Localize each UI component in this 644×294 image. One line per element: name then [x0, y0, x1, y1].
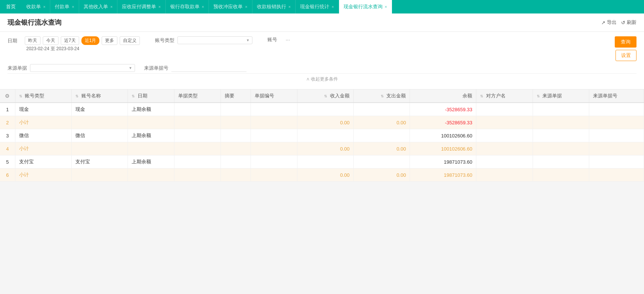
row-source-doc	[533, 129, 589, 142]
close-icon[interactable]: ×	[288, 4, 291, 9]
table-row: 3 微信 微信 上期余额 100102606.60	[0, 129, 644, 142]
row-doc-type	[174, 155, 221, 169]
th-summary: 摘要	[221, 90, 251, 103]
chevron-down-icon: ▾	[247, 38, 249, 43]
close-icon[interactable]: ×	[332, 4, 334, 9]
chevron-down-icon: ▾	[129, 66, 132, 70]
date-buttons: 昨天 今天 近7天 近1月 更多 自定义	[25, 36, 140, 45]
settings-button[interactable]: 设置	[615, 50, 636, 61]
row-source-doc-no	[589, 169, 644, 182]
row-doc-type	[174, 129, 221, 142]
collapse-bar[interactable]: ∧ 收起更多条件	[8, 73, 636, 85]
source-doc-no-input[interactable]	[171, 64, 246, 72]
collapse-arrow-icon: ∧	[306, 76, 311, 82]
row-num: 6	[0, 169, 15, 182]
row-counterpart	[476, 142, 533, 155]
row-doc-no	[251, 155, 297, 169]
refresh-button[interactable]: ↺ 刷新	[621, 19, 636, 26]
row-counterpart	[476, 116, 533, 129]
date-label: 日期	[8, 37, 23, 44]
row-balance: 19871073.60	[410, 155, 476, 169]
nav-tab-receipts[interactable]: 收款单 ×	[22, 0, 50, 13]
th-counterpart[interactable]: ⇅ 对方户名	[476, 90, 533, 103]
row-income: 0.00	[297, 142, 353, 155]
row-doc-no	[251, 116, 297, 129]
source-doc-no-group: 来源单据号	[144, 64, 246, 72]
row-income	[297, 103, 353, 116]
row-account-name	[71, 116, 128, 129]
th-income[interactable]: ⇅ 收入金额	[297, 90, 353, 103]
nav-tab-flow-query[interactable]: 现金银行流水查询 ×	[339, 0, 392, 13]
row-account-name: 现金	[71, 103, 128, 116]
th-expense[interactable]: ⇅ 支出金额	[354, 90, 410, 103]
source-doc-label: 来源单据	[8, 65, 27, 72]
date-btn-today[interactable]: 今天	[43, 36, 59, 45]
nav-tab-stats[interactable]: 现金银行统计 ×	[296, 0, 339, 13]
account-type-select[interactable]: ▾	[177, 36, 252, 44]
refresh-icon: ↺	[621, 20, 625, 25]
row-account-name	[71, 142, 128, 155]
source-doc-select[interactable]: ▾	[30, 64, 135, 72]
sort-icon: ⇅	[75, 94, 78, 98]
row-doc-type	[174, 103, 221, 116]
date-btn-1month[interactable]: 近1月	[81, 36, 100, 45]
row-num: 5	[0, 155, 15, 169]
table-row: 2 小计 0.00 0.00 -3528659.33	[0, 116, 644, 129]
settings-icon[interactable]: ⚙	[5, 93, 10, 99]
table-row: 4 小计 0.00 0.00 100102606.60	[0, 142, 644, 155]
date-btn-yesterday[interactable]: 昨天	[25, 36, 41, 45]
row-doc-type	[174, 116, 221, 129]
row-counterpart	[476, 169, 533, 182]
export-button[interactable]: ↗ 导出	[601, 19, 617, 26]
row-balance: -3528659.33	[410, 103, 476, 116]
nav-tab-payments[interactable]: 付款单 ×	[50, 0, 79, 13]
nav-tab-bank-deposit[interactable]: 银行存取款单 ×	[166, 0, 209, 13]
sort-icon: ⇅	[480, 94, 483, 98]
row-account-name: 支付宝	[71, 155, 128, 169]
sort-icon: ⇅	[324, 94, 327, 98]
row-account-type: 小计	[15, 116, 71, 129]
row-date: 上期余额	[128, 103, 174, 116]
th-account-type[interactable]: ⇅ 账号类型	[15, 90, 71, 103]
th-account-name[interactable]: ⇅ 账号名称	[71, 90, 128, 103]
nav-tab-other-income[interactable]: 其他收入单 ×	[79, 0, 117, 13]
row-income: 0.00	[297, 116, 353, 129]
page-title: 现金银行流水查询	[8, 18, 62, 27]
query-button[interactable]: 查询	[615, 36, 636, 48]
row-source-doc-no	[589, 155, 644, 169]
row-source-doc	[533, 169, 589, 182]
page-header: 现金银行流水查询 ↗ 导出 ↺ 刷新	[0, 13, 644, 32]
nav-home[interactable]: 首页	[0, 0, 22, 13]
close-icon[interactable]: ×	[110, 4, 113, 9]
th-date[interactable]: ⇅ 日期	[128, 90, 174, 103]
row-num: 2	[0, 116, 15, 129]
date-btn-7days[interactable]: 近7天	[61, 36, 79, 45]
th-source-doc[interactable]: ⇅ 来源单据	[533, 90, 589, 103]
row-balance: -3528659.33	[410, 116, 476, 129]
date-btn-custom[interactable]: 自定义	[120, 36, 140, 45]
row-doc-no	[251, 169, 297, 182]
account-dots[interactable]: ···	[285, 37, 290, 43]
row-num: 4	[0, 142, 15, 155]
close-icon[interactable]: ×	[245, 4, 247, 9]
row-expense: 0.00	[354, 116, 410, 129]
date-btn-more[interactable]: 更多	[102, 36, 117, 45]
account-type-filter: 账号类型 ▾	[155, 36, 252, 44]
row-date	[128, 116, 174, 129]
row-source-doc-no	[589, 116, 644, 129]
row-num: 1	[0, 103, 15, 116]
sort-icon: ⇅	[132, 94, 135, 98]
nav-tab-verify[interactable]: 收款核销执行 ×	[252, 0, 296, 13]
sort-icon: ⇅	[19, 94, 22, 98]
row-source-doc-no	[589, 142, 644, 155]
close-icon[interactable]: ×	[158, 4, 161, 9]
close-icon[interactable]: ×	[385, 4, 387, 9]
close-icon[interactable]: ×	[72, 4, 74, 9]
close-icon[interactable]: ×	[202, 4, 204, 9]
row-expense	[354, 103, 410, 116]
nav-tab-adjustment[interactable]: 应收应付调整单 ×	[117, 0, 165, 13]
nav-tab-prepay[interactable]: 预收冲应收单 ×	[209, 0, 252, 13]
table-row: 6 小计 0.00 0.00 19871073.60	[0, 169, 644, 182]
close-icon[interactable]: ×	[43, 4, 45, 9]
source-doc-no-label: 来源单据号	[144, 65, 168, 72]
